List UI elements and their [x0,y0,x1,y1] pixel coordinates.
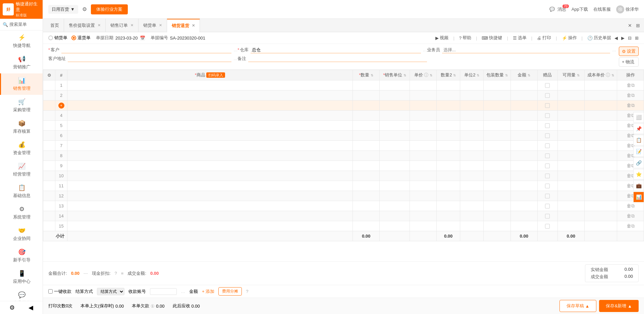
barcode-btn[interactable]: 扫码录入 [206,72,225,78]
tab-price-settings[interactable]: 售价提取设置 ✕ [64,19,106,32]
product-input[interactable] [70,103,350,108]
account-input[interactable] [150,288,177,295]
sidebar-item-apps[interactable]: 📱 应用中心 [0,266,43,288]
th-gear[interactable]: ⚙ [43,70,55,80]
toolbar-history[interactable]: 🕐 历史单据 [587,35,611,41]
gift-checkbox[interactable] [545,143,550,148]
pack-qty-cell[interactable] [484,131,511,141]
price-cell[interactable] [410,90,437,101]
float-btn-5[interactable]: 🔗 [633,158,644,168]
gift-cell[interactable] [537,181,557,191]
online-service-link[interactable]: 在线客服 [593,6,611,12]
amount-cell[interactable] [511,121,537,131]
copy-row-btn[interactable]: ⧉ [631,92,635,98]
price-cell[interactable] [410,101,437,111]
float-btn-4[interactable]: 📝 [633,146,644,157]
amount-cell[interactable] [511,111,537,121]
sidebar-item-operations[interactable]: 📈 经营管理 [0,159,43,181]
tab-home[interactable]: 首页 [46,19,64,32]
delete-row-btn[interactable]: 🗑 [627,153,631,158]
price-cell[interactable] [410,111,437,121]
price-cell[interactable] [410,171,437,181]
unit-cell[interactable] [380,171,410,181]
unit-cell[interactable] [380,151,410,161]
qty-cell[interactable] [353,211,380,221]
customer-more-btn[interactable]: … [233,48,237,52]
tab-sales-return[interactable]: 销货退货 ✕ [167,19,200,32]
industry-select[interactable]: 日用百货 ▼ [48,5,78,14]
unit2-cell[interactable] [460,80,484,90]
delete-row-btn[interactable]: 🗑 [627,123,631,128]
pack-qty-cell[interactable] [484,221,511,231]
unit-cell[interactable] [380,201,410,211]
radio-return[interactable]: 退货单 [71,35,91,41]
qty-cell[interactable] [353,141,380,151]
unit-cell[interactable] [380,141,410,151]
qty-cell[interactable] [353,131,380,141]
qty2-cell[interactable] [437,201,460,211]
pack-qty-cell[interactable] [484,80,511,90]
toolbar-grid1[interactable]: ⊟ [628,36,632,41]
sidebar-item-system[interactable]: ⚙ 系统管理 [0,202,43,224]
staff-input[interactable] [442,47,610,53]
pack-qty-cell[interactable] [484,101,511,111]
float-btn-7[interactable]: 💼 [633,180,644,191]
product-cell[interactable] [67,171,353,181]
delete-row-btn[interactable]: 🗑 [627,92,631,98]
amount-cell[interactable] [511,211,537,221]
delete-row-btn[interactable]: 🗑 [627,193,631,198]
toolbar-print[interactable]: 🖨 打印 [537,35,551,41]
gift-cell[interactable] [537,201,557,211]
product-cell[interactable] [67,80,353,90]
gift-cell[interactable] [537,131,557,141]
qty2-cell[interactable] [437,191,460,201]
float-btn-1[interactable]: ⬜ [633,112,644,123]
gift-cell[interactable] [537,141,557,151]
calc-method-select[interactable]: 结算方式 [97,288,124,295]
toolbar-select[interactable]: ☰ 选单 [513,35,527,41]
amount-cell[interactable] [511,161,537,171]
gift-cell[interactable] [537,191,557,201]
delete-row-btn[interactable]: 🗑 [627,173,631,178]
pack-qty-cell[interactable] [484,90,511,101]
unit2-cell[interactable] [460,151,484,161]
collapse-icon[interactable]: ◀ [29,304,33,311]
unit-cell[interactable] [380,191,410,201]
delete-row-btn[interactable]: 🗑 [627,143,631,148]
warehouse-input[interactable] [251,47,421,53]
copy-row-btn[interactable]: ⧉ [631,213,635,219]
toolbar-video[interactable]: ▶ 视频 [435,35,448,41]
qty-cell[interactable] [353,201,380,211]
gift-checkbox[interactable] [545,204,550,208]
unit2-cell[interactable] [460,191,484,201]
setting-btn[interactable]: ⚙ 设置 [619,47,639,56]
qty2-cell[interactable] [437,121,460,131]
amount-cell[interactable] [511,171,537,181]
qty2-cell[interactable] [437,141,460,151]
delete-row-btn[interactable]: 🗑 [627,82,631,88]
float-btn-6[interactable]: ⭐ [633,169,644,180]
tab-sales-delivery[interactable]: 销货单 ✕ [139,19,167,32]
calendar-icon[interactable]: 📅 [140,36,145,41]
gift-checkbox[interactable] [545,164,550,168]
float-btn-8[interactable]: 📊 [633,192,644,202]
qty2-cell[interactable] [437,111,460,121]
qty-cell[interactable] [353,121,380,131]
amount-cell[interactable] [511,221,537,231]
qty2-cell[interactable] [437,221,460,231]
qty-cell[interactable] [353,111,380,121]
product-cell[interactable] [67,211,353,221]
gift-cell[interactable] [537,161,557,171]
account-more-btn[interactable]: … [181,289,185,294]
amount-cell[interactable] [511,131,537,141]
amount-cell[interactable] [511,141,537,151]
sidebar-item-finance[interactable]: 💰 资金管理 [0,138,43,159]
expense-help-icon[interactable]: ? [246,289,248,294]
amount-cell[interactable] [511,181,537,191]
gift-cell[interactable] [537,171,557,181]
gift-checkbox[interactable] [545,133,550,138]
settings-bottom-icon[interactable]: ⚙ [9,304,15,311]
address-input[interactable] [68,55,231,62]
gift-cell[interactable] [537,221,557,231]
amount-cell[interactable] [511,191,537,201]
